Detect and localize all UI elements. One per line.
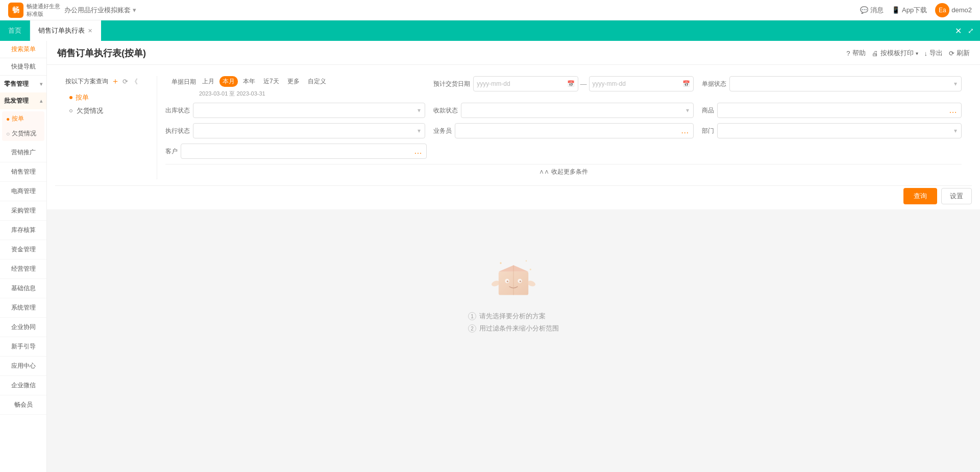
sidebar-quick-nav[interactable]: 快捷导航 bbox=[0, 58, 46, 76]
window-expand-icon[interactable]: ⤢ bbox=[968, 27, 974, 35]
date-tab-this-month[interactable]: 本月 bbox=[219, 76, 238, 87]
sidebar-item-purchase[interactable]: 采购管理 bbox=[0, 201, 46, 221]
app-download-button[interactable]: 📱 App下载 bbox=[892, 6, 927, 15]
delivery-date-range: yyyy-mm-dd 📅 — yyyy-mm-dd 📅 bbox=[473, 76, 693, 91]
payment-select[interactable]: ▾ bbox=[461, 103, 693, 118]
sidebar-item-ecommerce[interactable]: 电商管理 bbox=[0, 182, 46, 201]
tip-number-1: 1 bbox=[468, 312, 476, 320]
sidebar-item-apps[interactable]: 应用中心 bbox=[0, 357, 46, 376]
tab-bar-spacer bbox=[101, 20, 949, 41]
more-icon[interactable]: … bbox=[949, 106, 957, 115]
active-dot-icon: ● bbox=[6, 115, 10, 123]
exec-status-label: 执行状态 bbox=[165, 127, 190, 135]
sidebar-section-retail[interactable]: 零售管理 ▾ bbox=[0, 76, 46, 92]
sidebar-item-collab[interactable]: 企业协同 bbox=[0, 318, 46, 337]
sidebar-item-欠货情况[interactable]: ○ 欠货情况 bbox=[2, 126, 44, 141]
delivery-date-end[interactable]: yyyy-mm-dd 📅 bbox=[589, 76, 694, 91]
top-bar-left: 畅 畅捷通好生意 标准版 办公用品行业模拟账套 ▾ bbox=[8, 3, 136, 18]
sidebar-item-按单[interactable]: ● 按单 bbox=[2, 111, 44, 126]
export-button[interactable]: ↓ 导出 bbox=[924, 49, 943, 58]
help-button[interactable]: ? 帮助 bbox=[846, 49, 865, 58]
window-close-icon[interactable]: ✕ bbox=[955, 26, 962, 36]
filter-row-2: 出库状态 ▾ 收款状态 ▾ bbox=[165, 103, 962, 118]
empty-tip-1: 1 请先选择要分析的方案 bbox=[468, 312, 559, 321]
refresh-scheme-icon[interactable]: ⟳ bbox=[122, 78, 128, 85]
svg-point-8 bbox=[500, 262, 501, 264]
date-range-text: 2023-03-01 至 2023-03-31 bbox=[165, 90, 425, 98]
tab-sales-order[interactable]: 销售订单执行表 ✕ bbox=[30, 20, 101, 41]
customer-input[interactable]: … bbox=[181, 144, 427, 159]
settings-button[interactable]: 设置 bbox=[941, 188, 972, 204]
sidebar-item-system[interactable]: 系统管理 bbox=[0, 298, 46, 318]
date-tab-last-month[interactable]: 上月 bbox=[199, 76, 217, 87]
filter-section: 按以下方案查询 ＋ ⟳ 《 按单 欠货情况 bbox=[47, 65, 980, 186]
filter-panel: 按以下方案查询 ＋ ⟳ 《 按单 欠货情况 bbox=[55, 70, 972, 186]
logo-text: 畅捷通好生意 标准版 bbox=[27, 3, 60, 17]
user-area[interactable]: Ea demo2 bbox=[935, 3, 972, 17]
print-icon: 🖨 bbox=[872, 50, 878, 57]
page-header-top: 销售订单执行表(按单) ? 帮助 🖨 按模板打印 ▾ ↓ 导出 bbox=[57, 47, 970, 59]
sidebar-item-marketing[interactable]: 营销推广 bbox=[0, 143, 46, 162]
delivery-date-start[interactable]: yyyy-mm-dd 📅 bbox=[473, 76, 578, 91]
sidebar-search[interactable]: 搜索菜单 bbox=[0, 41, 46, 58]
sidebar-item-guide[interactable]: 新手引导 bbox=[0, 337, 46, 357]
message-icon: 💬 bbox=[860, 6, 868, 14]
page-title: 销售订单执行表(按单) bbox=[57, 47, 146, 59]
goods-input[interactable]: … bbox=[717, 103, 962, 118]
sidebar-item-inventory[interactable]: 库存核算 bbox=[0, 221, 46, 240]
query-button[interactable]: 查询 bbox=[903, 188, 937, 204]
refresh-button[interactable]: ⟳ 刷新 bbox=[949, 49, 970, 58]
tab-bar-actions: ✕ ⤢ bbox=[949, 20, 980, 41]
main-layout: 搜索菜单 快捷导航 零售管理 ▾ 批发管理 ▴ ● 按单 ○ 欠货情况 营销推广 bbox=[0, 41, 980, 472]
sidebar: 搜索菜单 快捷导航 零售管理 ▾ 批发管理 ▴ ● 按单 ○ 欠货情况 营销推广 bbox=[0, 41, 47, 472]
sidebar-item-sales[interactable]: 销售管理 bbox=[0, 162, 46, 182]
chevron-down-icon: ▾ bbox=[686, 107, 689, 114]
message-button[interactable]: 💬 消息 bbox=[860, 6, 884, 15]
outbound-select[interactable]: ▾ bbox=[193, 103, 425, 118]
filter-field-date: 单据日期 上月 本月 本年 近7天 更多 自定义 2023 bbox=[165, 76, 425, 98]
sidebar-item-finance[interactable]: 资金管理 bbox=[0, 240, 46, 259]
chevron-down-icon[interactable]: ▾ bbox=[133, 6, 136, 14]
date-tab-more[interactable]: 更多 bbox=[284, 76, 303, 87]
page-header: 销售订单执行表(按单) ? 帮助 🖨 按模板打印 ▾ ↓ 导出 bbox=[47, 41, 980, 65]
date-label: 单据日期 bbox=[165, 78, 196, 86]
salesperson-input[interactable]: … bbox=[455, 123, 693, 138]
more-icon[interactable]: … bbox=[414, 147, 422, 156]
svg-point-9 bbox=[526, 261, 527, 262]
date-tab-7days[interactable]: 近7天 bbox=[260, 76, 282, 87]
department-label: 部门 bbox=[702, 127, 714, 135]
circle-icon: ○ bbox=[6, 130, 10, 137]
sidebar-item-basic[interactable]: 基础信息 bbox=[0, 279, 46, 298]
collapse-scheme-icon[interactable]: 《 bbox=[131, 77, 138, 86]
order-status-select[interactable]: ▾ bbox=[729, 76, 962, 91]
empty-state: 1 请先选择要分析的方案 2 用过滤条件来缩小分析范围 bbox=[47, 209, 980, 374]
scheme-item-欠货[interactable]: 欠货情况 bbox=[65, 104, 151, 117]
collapse-filter-button[interactable]: ∧∧ 收起更多条件 bbox=[165, 164, 962, 179]
sidebar-section-wholesale[interactable]: 批发管理 ▴ bbox=[0, 92, 46, 109]
calendar-icon2: 📅 bbox=[682, 80, 690, 87]
tab-home[interactable]: 首页 bbox=[0, 20, 30, 41]
avatar: Ea bbox=[935, 3, 949, 17]
date-tab-this-year[interactable]: 本年 bbox=[240, 76, 258, 87]
sidebar-item-operations[interactable]: 经营管理 bbox=[0, 259, 46, 279]
filter-field-goods: 商品 … bbox=[702, 103, 962, 118]
sidebar-item-member[interactable]: 畅会员 bbox=[0, 395, 46, 415]
date-tab-custom[interactable]: 自定义 bbox=[305, 76, 329, 87]
add-scheme-icon[interactable]: ＋ bbox=[111, 76, 119, 87]
filter-left: 按以下方案查询 ＋ ⟳ 《 按单 欠货情况 bbox=[65, 76, 157, 179]
template-print-button[interactable]: 🖨 按模板打印 ▾ bbox=[872, 49, 918, 58]
chevron-up-icon: ▴ bbox=[40, 98, 42, 104]
chevron-up-icon: ∧∧ bbox=[539, 168, 551, 175]
tab-close-icon[interactable]: ✕ bbox=[88, 28, 92, 34]
page-actions: ? 帮助 🖨 按模板打印 ▾ ↓ 导出 ⟳ 刷新 bbox=[846, 49, 970, 58]
more-icon[interactable]: … bbox=[681, 126, 689, 135]
department-select[interactable]: ▾ bbox=[717, 123, 962, 138]
order-status-label: 单据状态 bbox=[702, 80, 726, 88]
salesperson-label: 业务员 bbox=[433, 127, 452, 135]
logo-area: 畅 畅捷通好生意 标准版 bbox=[8, 3, 60, 18]
exec-status-select[interactable]: ▾ bbox=[193, 123, 425, 138]
chevron-down-icon: ▾ bbox=[418, 107, 421, 114]
chevron-down-icon: ▾ bbox=[40, 81, 42, 87]
sidebar-item-wechat[interactable]: 企业微信 bbox=[0, 376, 46, 395]
scheme-item-按单[interactable]: 按单 bbox=[65, 91, 151, 104]
